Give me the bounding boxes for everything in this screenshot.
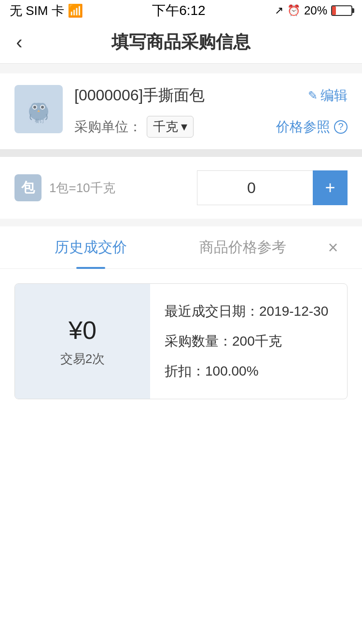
- discount-row: 折扣：100.00%: [165, 361, 333, 381]
- quantity-input[interactable]: [197, 170, 313, 205]
- bottom-space: [0, 414, 362, 644]
- unit-conversion-text: 1包=10千克: [49, 180, 115, 196]
- product-name: [0000006]手撕面包: [74, 85, 205, 106]
- section-divider: [0, 149, 362, 157]
- battery-percent: 20%: [304, 4, 327, 17]
- history-content: ¥0 交易2次 最近成交日期：2019-12-30 采购数量：200千克 折扣：…: [0, 269, 362, 414]
- price-trade-count: 交易2次: [60, 350, 105, 367]
- owl-logo: 餐订: [24, 95, 53, 124]
- tab-history-price[interactable]: 历史成交价: [14, 226, 167, 269]
- nav-bar: ‹ 填写商品采购信息: [0, 21, 362, 64]
- page-title: 填写商品采购信息: [39, 30, 323, 54]
- discount-label: 折扣：: [165, 364, 205, 378]
- price-card: ¥0 交易2次 最近成交日期：2019-12-30 采购数量：200千克 折扣：…: [14, 283, 348, 399]
- purchase-qty-row: 采购数量：200千克: [165, 331, 333, 351]
- battery-icon: [331, 5, 352, 16]
- price-amount: ¥0: [69, 316, 97, 345]
- product-header: 餐订 [0000006]手撕面包 ✎ 编辑 采购单位： 千克 ▾: [14, 85, 348, 138]
- tab-product-price-ref[interactable]: 商品价格参考: [167, 226, 319, 269]
- status-carrier: 无 SIM 卡 📶: [10, 2, 83, 19]
- svg-text:餐订: 餐订: [35, 118, 44, 124]
- svg-point-6: [41, 106, 44, 109]
- purchase-qty-value: 200千克: [232, 334, 282, 349]
- plus-icon: +: [325, 178, 335, 198]
- help-icon: ?: [334, 120, 348, 134]
- battery-fill: [332, 6, 336, 15]
- product-unit-row: 采购单位： 千克 ▾ 价格参照 ?: [74, 116, 348, 138]
- product-info: [0000006]手撕面包 ✎ 编辑 采购单位： 千克 ▾ 价格参照 ?: [74, 85, 348, 138]
- unit-label: 采购单位： 千克 ▾: [74, 116, 194, 138]
- recent-date-row: 最近成交日期：2019-12-30: [165, 301, 333, 322]
- tabs-header: 历史成交价 商品价格参考 ×: [0, 226, 362, 269]
- edit-button[interactable]: ✎ 编辑: [308, 86, 348, 105]
- svg-point-5: [33, 106, 36, 109]
- tabs-section: 历史成交价 商品价格参考 × ¥0 交易2次 最近成交日期：2019-12-30…: [0, 226, 362, 414]
- status-right: ↗ ⏰ 20%: [275, 4, 352, 17]
- product-card: 餐订 [0000006]手撕面包 ✎ 编辑 采购单位： 千克 ▾: [0, 73, 362, 149]
- back-button[interactable]: ‹: [0, 21, 39, 64]
- unit-icon-box: 包: [14, 174, 42, 201]
- alarm-icon: ⏰: [287, 4, 300, 17]
- close-icon: ×: [328, 238, 338, 258]
- quantity-row: 包 1包=10千克 +: [0, 157, 362, 219]
- edit-icon: ✎: [308, 89, 318, 102]
- purchase-qty-label: 采购数量：: [165, 334, 232, 349]
- price-card-left: ¥0 交易2次: [15, 284, 150, 399]
- dropdown-arrow: ▾: [181, 119, 187, 134]
- recent-date-value: 2019-12-30: [259, 304, 328, 319]
- unit-info: 包 1包=10千克: [14, 174, 115, 201]
- product-thumbnail: 餐订: [14, 85, 63, 133]
- price-reference-button[interactable]: 价格参照 ?: [276, 118, 348, 136]
- location-icon: ↗: [275, 4, 283, 17]
- status-time: 下午6:12: [152, 1, 206, 20]
- quantity-input-area: +: [197, 170, 348, 205]
- plus-button[interactable]: +: [313, 170, 348, 205]
- product-title-row: [0000006]手撕面包 ✎ 编辑: [74, 85, 348, 106]
- back-icon: ‹: [16, 31, 22, 53]
- discount-value: 100.00%: [205, 364, 259, 378]
- price-card-right: 最近成交日期：2019-12-30 采购数量：200千克 折扣：100.00%: [150, 284, 347, 399]
- status-bar: 无 SIM 卡 📶 下午6:12 ↗ ⏰ 20%: [0, 0, 362, 21]
- tab-close-button[interactable]: ×: [319, 226, 348, 269]
- unit-select-dropdown[interactable]: 千克 ▾: [147, 116, 194, 138]
- recent-date-label: 最近成交日期：: [165, 304, 259, 319]
